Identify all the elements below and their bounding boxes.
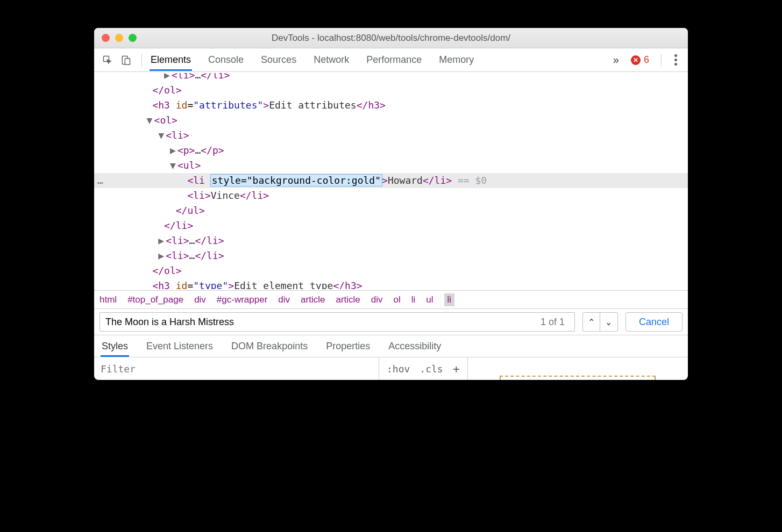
hov-toggle[interactable]: :hov — [387, 363, 410, 375]
breadcrumb-item[interactable]: div — [278, 294, 290, 305]
main-toolbar: Elements Console Sources Network Perform… — [94, 48, 688, 72]
breadcrumb-item-current[interactable]: li — [444, 293, 455, 306]
add-style-rule-icon[interactable]: + — [453, 362, 460, 376]
styles-content — [467, 357, 688, 380]
breadcrumb-item[interactable]: li — [411, 294, 416, 305]
dom-line[interactable]: ▶<li>…</li> — [94, 233, 688, 248]
box-model-preview — [500, 376, 656, 380]
inspect-element-icon[interactable] — [99, 52, 116, 68]
cancel-button[interactable]: Cancel — [625, 312, 683, 332]
search-bar: 1 of 1 ⌃ ⌄ Cancel — [94, 308, 688, 335]
subtab-dom-breakpoints[interactable]: DOM Breakpoints — [230, 336, 309, 357]
dom-line[interactable]: </ul> — [94, 203, 688, 218]
titlebar: DevTools - localhost:8080/web/tools/chro… — [94, 28, 688, 48]
error-count[interactable]: ✕ 6 — [627, 54, 653, 66]
panel-tabs: Elements Console Sources Network Perform… — [150, 49, 606, 71]
subtab-styles[interactable]: Styles — [101, 336, 129, 357]
breadcrumb-item[interactable]: html — [99, 294, 117, 305]
dom-line[interactable]: <h3 id="type">Edit element type</h3> — [94, 278, 688, 289]
subtab-accessibility[interactable]: Accessibility — [387, 336, 442, 357]
search-next-button[interactable]: ⌄ — [600, 313, 617, 331]
styles-toolbar: :hov .cls + — [94, 357, 688, 380]
dom-line[interactable]: <li>Vince</li> — [94, 188, 688, 203]
dom-line[interactable]: ▶<p>…</p> — [94, 143, 688, 158]
tab-elements[interactable]: Elements — [150, 49, 192, 71]
breadcrumb-item[interactable]: ul — [426, 294, 433, 305]
tab-memory[interactable]: Memory — [438, 49, 475, 71]
search-count: 1 of 1 — [536, 317, 569, 328]
dom-line: ▶<li>…</li> — [94, 73, 230, 83]
tab-console[interactable]: Console — [207, 49, 245, 71]
dom-line[interactable]: ▶<li>…</li> — [94, 248, 688, 263]
breadcrumb-item[interactable]: #top_of_page — [127, 294, 183, 305]
search-box: 1 of 1 — [99, 312, 575, 332]
dom-line[interactable]: ▼<ul> — [94, 158, 688, 173]
subtab-properties[interactable]: Properties — [325, 336, 371, 357]
separator — [661, 54, 662, 67]
svg-rect-2 — [125, 58, 130, 64]
devtools-window: DevTools - localhost:8080/web/tools/chro… — [94, 28, 688, 380]
breadcrumb-item[interactable]: article — [301, 294, 325, 305]
subtab-event-listeners[interactable]: Event Listeners — [145, 336, 214, 357]
separator — [141, 54, 142, 67]
dom-line[interactable]: </li> — [94, 218, 688, 233]
dom-line[interactable]: </ol> — [94, 83, 688, 98]
breadcrumb-item[interactable]: ol — [394, 294, 401, 305]
settings-menu-icon[interactable] — [669, 51, 683, 69]
breadcrumb: html #top_of_page div #gc-wrapper div ar… — [94, 290, 688, 308]
dom-line[interactable]: ▼<li> — [94, 128, 688, 143]
dom-line-selected[interactable]: <li style="background-color:gold">Howard… — [94, 173, 688, 188]
styles-subtabs: Styles Event Listeners DOM Breakpoints P… — [94, 335, 688, 357]
breadcrumb-item[interactable]: div — [371, 294, 383, 305]
dom-tree[interactable]: ▶<li>…</li> </ol> <h3 id="attributes">Ed… — [94, 72, 688, 290]
attribute-edit-box[interactable]: style="background-color:gold" — [211, 175, 382, 186]
breadcrumb-item[interactable]: #gc-wrapper — [217, 294, 268, 305]
search-nav: ⌃ ⌄ — [582, 312, 618, 332]
breadcrumb-item[interactable]: div — [194, 294, 206, 305]
tab-network[interactable]: Network — [312, 49, 350, 71]
device-toolbar-icon[interactable] — [118, 52, 134, 68]
cls-toggle[interactable]: .cls — [420, 363, 443, 375]
dom-line[interactable]: ▼<ol> — [94, 113, 688, 128]
style-toggle-buttons: :hov .cls + — [379, 362, 467, 376]
more-tabs-icon[interactable]: » — [608, 51, 624, 69]
dom-line[interactable]: </ol> — [94, 263, 688, 278]
window-title: DevTools - localhost:8080/web/tools/chro… — [94, 33, 688, 44]
tab-sources[interactable]: Sources — [260, 49, 297, 71]
tab-performance[interactable]: Performance — [365, 49, 423, 71]
filter-box — [94, 357, 379, 380]
breadcrumb-item[interactable]: article — [336, 294, 360, 305]
error-icon: ✕ — [631, 55, 641, 65]
filter-input[interactable] — [101, 363, 372, 375]
dom-line[interactable]: <h3 id="attributes">Edit attributes</h3> — [94, 98, 688, 113]
error-number: 6 — [644, 54, 649, 66]
search-prev-button[interactable]: ⌃ — [583, 313, 600, 331]
search-input[interactable] — [105, 317, 536, 328]
